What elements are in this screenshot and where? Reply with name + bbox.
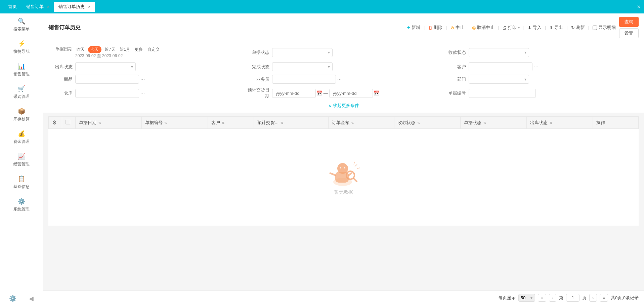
customer-input[interactable] [469,62,532,71]
th-amount-sort-icon[interactable]: ⇅ [351,121,354,125]
delete-button[interactable]: 🗑 删除 [428,25,442,31]
order-status-select[interactable] [272,48,333,57]
display-toggle-checkbox[interactable] [593,26,597,30]
date-btn-today[interactable]: 今天 [88,46,101,53]
date-btn-custom[interactable]: 自定义 [146,46,161,53]
customer-dots-btn[interactable]: ··· [532,64,540,70]
page-size-select[interactable]: 10 20 50 100 [518,294,535,302]
finance-icon: 💰 [18,130,25,138]
sidebar-item-finance[interactable]: 💰 资金管理 [0,126,43,149]
quick-nav-icon: ⚡ [18,40,25,47]
th-customer-sort-icon[interactable]: ⇅ [222,121,224,125]
th-order-no-sort-icon[interactable]: ⇅ [164,121,167,125]
purchase-mgmt-icon: 🛒 [18,85,25,92]
th-order-status: 单据状态 ⇅ [461,117,527,129]
new-label: 新增 [412,25,420,31]
query-button[interactable]: 查询 [619,17,639,27]
product-input[interactable] [75,75,139,84]
settings-button[interactable]: 设置 [619,28,639,38]
product-dots-btn[interactable]: ··· [139,76,146,82]
order-status-select-wrapper [272,48,333,57]
last-page-button[interactable]: » [600,294,608,302]
salesman-input[interactable] [272,75,336,84]
date-btn-last1m[interactable]: 近1月 [119,46,132,53]
out-stock-select-wrapper [75,62,136,71]
dept-select[interactable] [469,75,529,84]
date-sep: — [322,91,329,96]
tab-sales-order-close[interactable]: × [47,5,49,9]
sidebar-item-inventory[interactable]: 📦 库存核算 [0,104,43,126]
complete-select[interactable] [272,62,333,71]
display-toggle[interactable]: 显示明细 [593,25,616,31]
next-page-button[interactable]: › [589,294,597,302]
cal-icon-left[interactable]: 📅 [316,90,322,96]
print-button[interactable]: 🖨 打印 ▾ [502,25,520,31]
sidebar-item-label: 系统管理 [13,206,30,212]
sidebar-item-label: 资金管理 [13,139,30,145]
top-bar-right: × [637,3,641,10]
empty-illustration [325,159,362,189]
cancel-stop-button[interactable]: ◎ 取消中止 [472,25,495,31]
sidebar-item-sales-mgmt[interactable]: 📊 销售管理 [0,59,43,81]
th-operation: 操作 [593,117,638,129]
sidebar-item-search-menu[interactable]: 🔍 搜索菜单 [0,13,43,36]
import-button[interactable]: ⬇ 导入 [528,25,542,31]
dept-select-wrapper [469,75,529,84]
th-order-no-label: 单据编号 [145,120,163,125]
prev-page-button[interactable]: ‹ [549,294,556,302]
sidebar-item-quick-nav[interactable]: ⚡ 快捷导航 [0,36,43,59]
table-header-checkbox[interactable] [66,120,70,124]
sidebar-item-label: 搜索菜单 [13,26,30,32]
warehouse-input[interactable] [75,89,139,98]
tab-sales-order[interactable]: 销售订单 × [22,2,54,12]
tab-sales-order-history-close[interactable]: × [88,5,90,9]
sidebar-item-purchase-mgmt[interactable]: 🛒 采购管理 [0,81,43,104]
date-quick-btns: 昨天 今天 近7天 近1月 更多 自定义 [75,46,161,53]
cancel-stop-label: 取消中止 [477,25,495,31]
print-dropdown-icon: ▾ [518,26,520,30]
th-date-sort-icon[interactable]: ⇅ [98,121,101,125]
th-delivery-date: 预计交货... ⇅ [254,117,328,129]
warehouse-dots-btn[interactable]: ··· [139,90,146,96]
cancel-stop-icon: ◎ [472,25,476,30]
empty-text: 暂无数据 [334,189,353,195]
order-no-label: 单据编号 [442,90,469,96]
page-number-input[interactable] [566,294,579,302]
pay-status-select[interactable] [469,48,529,57]
date-btn-more[interactable]: 更多 [133,46,144,53]
table-gear-icon[interactable]: ⚙ [52,120,57,125]
first-page-button[interactable]: « [538,294,546,302]
date-btn-last7[interactable]: 近7天 [103,46,117,53]
collapse-btn[interactable]: ∧ 收起更多条件 [328,103,359,109]
delivery-date-from[interactable] [272,89,316,98]
sidebar-item-sys-mgmt[interactable]: ⚙️ 系统管理 [0,194,43,216]
sidebar-item-basic-info[interactable]: 📋 基础信息 [0,171,43,194]
page-label-before: 第 [559,295,563,301]
th-out-status-sort-icon[interactable]: ⇅ [550,121,552,125]
th-out-status: 出库状态 ⇅ [526,117,593,129]
th-amount-label: 订单金额 [332,120,349,125]
th-pay-status-sort-icon[interactable]: ⇅ [417,121,420,125]
window-close-icon[interactable]: × [637,3,641,10]
product-label: 商品 [48,76,75,82]
tab-sales-order-history[interactable]: 销售订单历史 × [54,2,95,12]
order-no-input[interactable] [469,89,536,98]
salesman-filter: 业务员 ··· [245,75,442,84]
cal-icon-right[interactable]: 📅 [374,90,379,96]
print-icon: 🖨 [502,25,507,30]
refresh-button[interactable]: ↻ 刷新 [571,25,585,31]
stop-button[interactable]: ⊘ 中止 [450,25,464,31]
sidebar-settings-icon[interactable]: ⚙️ [9,295,16,302]
tab-home[interactable]: 首页 [3,2,22,12]
export-button[interactable]: ⬆ 导出 [549,25,563,31]
stop-icon: ⊘ [450,25,454,30]
sidebar-collapse-icon[interactable]: ◀ [29,295,34,302]
delivery-date-to[interactable] [329,89,373,98]
date-btn-yesterday[interactable]: 昨天 [75,46,86,53]
out-stock-select[interactable] [75,62,136,71]
th-delivery-date-sort-icon[interactable]: ⇅ [281,121,283,125]
sidebar-item-operations[interactable]: 📈 经营管理 [0,149,43,171]
new-button[interactable]: + 新增 [407,25,420,31]
salesman-dots-btn[interactable]: ··· [336,76,343,82]
th-order-status-sort-icon[interactable]: ⇅ [483,121,486,125]
